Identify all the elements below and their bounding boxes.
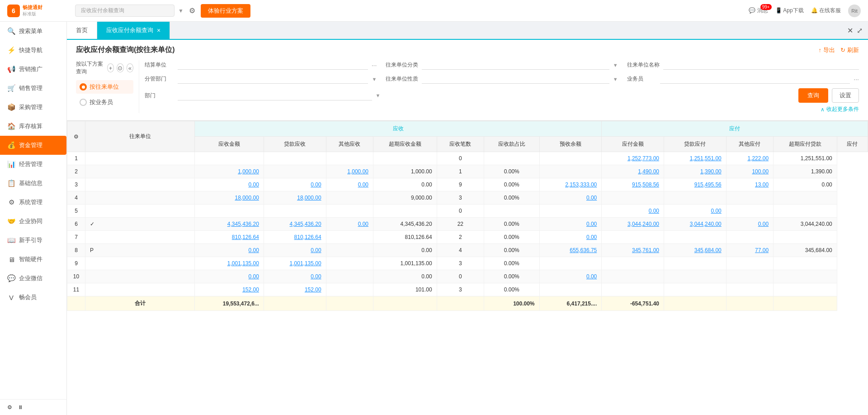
filter-wanglaiming-input[interactable] bbox=[663, 60, 859, 70]
app-download-btn[interactable]: 📱 App下载 bbox=[775, 7, 804, 14]
tab-home[interactable]: 首页 bbox=[67, 22, 97, 39]
more-conditions[interactable]: ∧ 收起更多条件 bbox=[145, 105, 859, 113]
table-cell[interactable]: 2,153,333.00 bbox=[539, 178, 602, 191]
table-cell[interactable]: 18,000.00 bbox=[264, 191, 326, 205]
filter-wanglaifenlei-input[interactable] bbox=[422, 60, 609, 70]
sidebar-item-12[interactable]: 🖥智能硬件 bbox=[0, 250, 66, 269]
table-cell[interactable]: 1,390.00 bbox=[664, 165, 726, 178]
filter-expand-btn[interactable]: « bbox=[127, 63, 133, 72]
table-cell[interactable]: 0.00 bbox=[539, 270, 602, 283]
table-cell[interactable]: 810,126.64 bbox=[264, 231, 326, 244]
table-cell[interactable] bbox=[602, 257, 664, 270]
table-cell[interactable]: 152.00 bbox=[264, 283, 326, 296]
table-cell[interactable] bbox=[726, 283, 773, 296]
sidebar-item-9[interactable]: ⚙系统管理 bbox=[0, 193, 66, 212]
table-cell[interactable] bbox=[264, 205, 326, 218]
filter-settings-btn[interactable]: ⊙ bbox=[117, 63, 123, 72]
table-cell[interactable]: 0.00 bbox=[264, 244, 326, 257]
table-cell[interactable]: 1,000.00 bbox=[195, 165, 264, 178]
table-cell[interactable] bbox=[326, 270, 373, 283]
table-cell[interactable] bbox=[664, 191, 726, 205]
table-cell[interactable]: 0.00 bbox=[539, 191, 602, 205]
sidebar-item-1[interactable]: ⚡快捷导航 bbox=[0, 41, 66, 60]
filter-yewuyuan-input[interactable] bbox=[660, 74, 850, 84]
tab-active[interactable]: 应收应付余额查询 × bbox=[97, 22, 170, 39]
filter-bumen-input[interactable] bbox=[178, 91, 372, 100]
query-button[interactable]: 查询 bbox=[798, 88, 828, 103]
table-cell[interactable] bbox=[326, 257, 373, 270]
filter-wanglaixin-arrow[interactable]: ▼ bbox=[613, 76, 618, 82]
table-cell[interactable]: 1,001,135.00 bbox=[195, 257, 264, 270]
table-cell[interactable] bbox=[326, 283, 373, 296]
filter-yewuyuan-dots[interactable]: ··· bbox=[854, 76, 859, 83]
sidebar-item-5[interactable]: 🏠库存核算 bbox=[0, 117, 66, 136]
table-cell[interactable]: 915,495.56 bbox=[664, 178, 726, 191]
export-btn[interactable]: ↑ 导出 bbox=[819, 46, 835, 54]
table-cell[interactable] bbox=[539, 205, 602, 218]
table-cell[interactable] bbox=[726, 231, 773, 244]
sidebar-item-6[interactable]: 💰资金管理 bbox=[0, 136, 66, 155]
filter-fenguan-arrow[interactable]: ▼ bbox=[372, 76, 377, 82]
tab-maximize-btn[interactable]: ⤢ bbox=[857, 26, 863, 35]
filter-wanglaixin-input[interactable] bbox=[422, 74, 609, 84]
filter-add-btn[interactable]: + bbox=[107, 63, 114, 72]
sidebar-item-8[interactable]: 📋基础信息 bbox=[0, 174, 66, 193]
table-cell[interactable] bbox=[602, 283, 664, 296]
table-cell[interactable]: 4,345,436.20 bbox=[195, 218, 264, 231]
refresh-btn[interactable]: ↻ 刷新 bbox=[840, 46, 859, 54]
table-cell[interactable]: 1,001,135.00 bbox=[264, 257, 326, 270]
filter-fenguan-input[interactable] bbox=[178, 74, 368, 84]
table-cell[interactable] bbox=[264, 152, 326, 165]
table-cell[interactable]: 655,636.75 bbox=[539, 244, 602, 257]
table-cell[interactable] bbox=[195, 152, 264, 165]
settings-button[interactable]: 设置 bbox=[832, 88, 859, 103]
table-cell[interactable]: 0.00 bbox=[326, 178, 373, 191]
table-cell[interactable]: 0.00 bbox=[602, 205, 664, 218]
table-cell[interactable] bbox=[664, 270, 726, 283]
table-cell[interactable] bbox=[664, 257, 726, 270]
table-cell[interactable]: 100.00 bbox=[726, 165, 773, 178]
promo-button[interactable]: 体验行业方案 bbox=[201, 4, 250, 18]
table-cell[interactable] bbox=[539, 257, 602, 270]
sidebar-item-7[interactable]: 📊经营管理 bbox=[0, 155, 66, 174]
table-cell[interactable] bbox=[539, 152, 602, 165]
table-cell[interactable]: 0.00 bbox=[195, 270, 264, 283]
table-cell[interactable]: 345,684.00 bbox=[664, 244, 726, 257]
col-settings[interactable]: ⚙ bbox=[67, 121, 85, 152]
table-cell[interactable]: 3,044,240.00 bbox=[602, 218, 664, 231]
table-cell[interactable] bbox=[602, 270, 664, 283]
message-btn[interactable]: 💬 消息 99+ bbox=[749, 7, 768, 14]
gear-button[interactable]: ⚙ bbox=[187, 5, 197, 17]
table-cell[interactable] bbox=[664, 283, 726, 296]
table-cell[interactable] bbox=[602, 191, 664, 205]
table-cell[interactable]: 1,252,773.00 bbox=[602, 152, 664, 165]
table-cell[interactable] bbox=[726, 257, 773, 270]
table-cell[interactable]: 3,044,240.00 bbox=[664, 218, 726, 231]
table-cell[interactable] bbox=[726, 205, 773, 218]
table-cell[interactable]: 152.00 bbox=[195, 283, 264, 296]
table-cell[interactable] bbox=[602, 231, 664, 244]
table-cell[interactable]: 0.00 bbox=[539, 231, 602, 244]
tab-close-window-btn[interactable]: ✕ bbox=[847, 26, 853, 35]
table-cell[interactable]: 0.00 bbox=[726, 218, 773, 231]
table-cell[interactable] bbox=[539, 283, 602, 296]
table-cell[interactable] bbox=[326, 231, 373, 244]
settings-icon[interactable]: ⚙ bbox=[7, 404, 12, 410]
table-cell[interactable]: 915,508.56 bbox=[602, 178, 664, 191]
table-cell[interactable]: 1,222.00 bbox=[726, 152, 773, 165]
table-cell[interactable] bbox=[326, 244, 373, 257]
table-cell[interactable] bbox=[664, 231, 726, 244]
sidebar-item-4[interactable]: 📦采购管理 bbox=[0, 98, 66, 117]
table-cell[interactable]: 1,251,551.00 bbox=[664, 152, 726, 165]
user-avatar[interactable]: Rit bbox=[848, 5, 861, 17]
table-cell[interactable]: 0.00 bbox=[664, 205, 726, 218]
sidebar-item-2[interactable]: 📢营销推广 bbox=[0, 60, 66, 79]
table-cell[interactable]: 0.00 bbox=[264, 270, 326, 283]
sidebar-item-14[interactable]: V畅会员 bbox=[0, 288, 66, 307]
table-cell[interactable]: 0.00 bbox=[195, 178, 264, 191]
query-option-partner[interactable]: 按往来单位 bbox=[76, 80, 133, 94]
table-cell[interactable]: 810,126.64 bbox=[195, 231, 264, 244]
table-cell[interactable] bbox=[726, 270, 773, 283]
table-cell[interactable]: 0.00 bbox=[264, 178, 326, 191]
online-support-btn[interactable]: 🔔 在线客服 bbox=[811, 7, 841, 14]
